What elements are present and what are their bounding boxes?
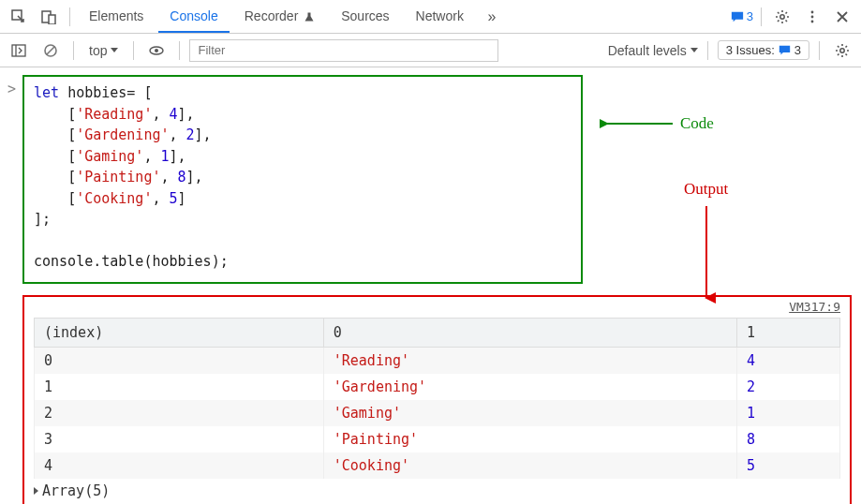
code-line: ['Reading', 4], bbox=[34, 104, 572, 126]
arrow-left-icon bbox=[600, 114, 675, 133]
svg-rect-2 bbox=[49, 15, 55, 24]
tab-sources[interactable]: Sources bbox=[330, 1, 400, 33]
tab-network[interactable]: Network bbox=[405, 1, 475, 33]
console-table: (index) 0 1 0'Reading'41'Gardening'22'Ga… bbox=[34, 318, 840, 479]
separator bbox=[73, 41, 74, 60]
th-col1[interactable]: 1 bbox=[736, 318, 839, 347]
th-col0[interactable]: 0 bbox=[323, 318, 736, 347]
separator bbox=[69, 7, 70, 26]
clear-console-icon[interactable] bbox=[37, 37, 64, 64]
code-line: ['Gaming', 1], bbox=[34, 146, 572, 168]
console-output-block: VM317:9 (index) 0 1 0'Reading'41'Gardeni… bbox=[22, 295, 852, 505]
tab-recorder[interactable]: Recorder bbox=[233, 1, 326, 33]
annotation-code-label: Code bbox=[680, 114, 714, 133]
code-block[interactable]: let hobbies= [ ['Reading', 4], ['Gardeni… bbox=[22, 75, 583, 284]
array-expand-row[interactable]: Array(5) bbox=[24, 479, 850, 505]
message-icon bbox=[779, 44, 791, 56]
svg-point-6 bbox=[811, 20, 814, 22]
sidebar-toggle-icon[interactable] bbox=[6, 37, 32, 64]
close-icon[interactable] bbox=[829, 4, 855, 30]
table-header-row: (index) 0 1 bbox=[35, 318, 840, 347]
annotation-output: Output bbox=[684, 180, 728, 307]
separator bbox=[133, 41, 134, 60]
svg-point-3 bbox=[780, 14, 784, 18]
message-icon bbox=[731, 10, 744, 23]
cell-c1: 8 bbox=[736, 426, 839, 452]
issues-count: 3 bbox=[794, 43, 801, 57]
devtools-main-toolbar: Elements Console Recorder Sources Networ… bbox=[0, 0, 861, 34]
flask-icon bbox=[304, 11, 315, 22]
levels-label: Default levels bbox=[608, 43, 687, 58]
device-toggle-icon[interactable] bbox=[36, 4, 62, 30]
svg-point-12 bbox=[155, 49, 158, 52]
svg-point-5 bbox=[811, 15, 814, 18]
array-footer-label: Array(5) bbox=[42, 482, 110, 499]
chevron-down-icon bbox=[111, 48, 118, 52]
cell-index: 2 bbox=[35, 400, 324, 426]
issues-button[interactable]: 3 Issues: 3 bbox=[718, 40, 809, 60]
more-tabs-icon[interactable]: » bbox=[479, 4, 505, 30]
log-levels-selector[interactable]: Default levels bbox=[608, 43, 698, 58]
issues-label: 3 Issues: bbox=[726, 43, 775, 57]
table-row[interactable]: 4'Cooking'5 bbox=[35, 452, 840, 479]
cell-c0: 'Gardening' bbox=[323, 374, 736, 400]
cell-c0: 'Painting' bbox=[323, 426, 736, 452]
console-sub-toolbar: top Default levels 3 Issues: 3 bbox=[0, 34, 861, 67]
separator bbox=[179, 41, 180, 60]
tab-recorder-label: Recorder bbox=[245, 8, 299, 23]
cell-c1: 1 bbox=[736, 400, 839, 426]
arrow-down-icon bbox=[697, 204, 716, 307]
code-line: ['Painting', 8], bbox=[34, 167, 572, 188]
code-keyword: let bbox=[34, 84, 59, 101]
filter-input[interactable] bbox=[189, 39, 498, 62]
cell-c0: 'Reading' bbox=[323, 347, 736, 374]
cell-index: 1 bbox=[35, 374, 324, 400]
svg-line-10 bbox=[47, 47, 54, 54]
context-selector[interactable]: top bbox=[83, 41, 124, 60]
svg-point-4 bbox=[811, 10, 814, 13]
console-code-area: > let hobbies= [ ['Reading', 4], ['Garde… bbox=[0, 67, 861, 291]
separator bbox=[707, 41, 708, 60]
cell-c1: 2 bbox=[736, 374, 839, 400]
cell-index: 4 bbox=[35, 452, 324, 479]
annotation-output-label: Output bbox=[684, 180, 728, 199]
separator bbox=[761, 7, 762, 26]
separator bbox=[819, 41, 820, 60]
settings-icon[interactable] bbox=[769, 4, 795, 30]
context-label: top bbox=[89, 43, 107, 58]
cell-index: 3 bbox=[35, 426, 324, 452]
console-settings-icon[interactable] bbox=[829, 37, 855, 64]
svg-point-13 bbox=[840, 48, 844, 52]
tab-console[interactable]: Console bbox=[158, 1, 229, 33]
live-expression-icon[interactable] bbox=[143, 37, 170, 64]
annotation-code: Code bbox=[600, 114, 714, 133]
cell-index: 0 bbox=[35, 347, 324, 374]
table-row[interactable]: 3'Painting'8 bbox=[35, 426, 840, 452]
th-index[interactable]: (index) bbox=[35, 318, 324, 347]
chevron-down-icon bbox=[690, 48, 698, 52]
kebab-menu-icon[interactable] bbox=[799, 4, 825, 30]
svg-rect-7 bbox=[12, 45, 25, 56]
cell-c0: 'Cooking' bbox=[323, 452, 736, 479]
cell-c1: 5 bbox=[736, 452, 839, 479]
tab-elements[interactable]: Elements bbox=[78, 1, 155, 33]
code-line: ['Gardening', 2], bbox=[34, 125, 572, 146]
code-varname: hobbies bbox=[67, 84, 126, 101]
table-row[interactable]: 2'Gaming'1 bbox=[35, 400, 840, 426]
code-line: ['Cooking', 5] bbox=[34, 188, 572, 210]
messages-count: 3 bbox=[747, 9, 753, 23]
cell-c1: 4 bbox=[736, 347, 839, 374]
code-call: console.table(hobbies); bbox=[34, 251, 572, 273]
inspect-icon[interactable] bbox=[6, 4, 32, 30]
messages-badge[interactable]: 3 bbox=[731, 9, 753, 23]
cell-c0: 'Gaming' bbox=[323, 400, 736, 426]
expand-triangle-icon bbox=[34, 487, 38, 495]
table-row[interactable]: 1'Gardening'2 bbox=[35, 374, 840, 400]
prompt-icon: > bbox=[7, 81, 16, 97]
table-row[interactable]: 0'Reading'4 bbox=[35, 347, 840, 374]
